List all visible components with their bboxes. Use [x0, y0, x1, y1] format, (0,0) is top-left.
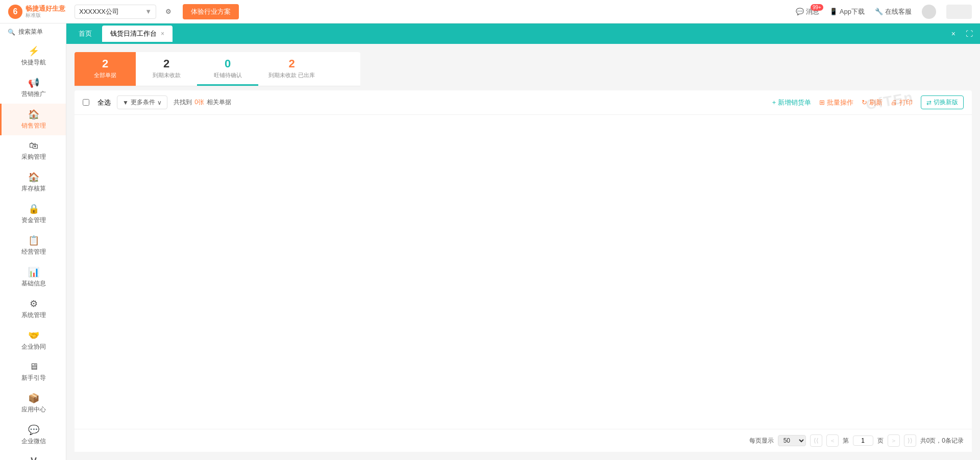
page-size-label: 每页显示	[749, 437, 774, 445]
stat-tab-shipped[interactable]: 2 到期未收款 已出库	[258, 52, 325, 86]
app-icon: 📱	[829, 8, 838, 15]
stat-num-all: 2	[102, 57, 108, 70]
tab-close-btn[interactable]: ×	[161, 30, 164, 37]
search-menu-btn[interactable]: 🔍 搜索菜单	[0, 23, 66, 40]
search-menu-label: 搜索菜单	[18, 28, 43, 36]
sidebar: 🔍 搜索菜单 ⚡ 快捷导航 📢 营销推广 🏠 销售管理 🛍 采购管理 🏠 库存核…	[0, 23, 66, 460]
page-prev-btn[interactable]: ＜	[826, 434, 839, 447]
sidebar-item-inventory[interactable]: 🏠 库存核算	[0, 166, 66, 198]
user-menu[interactable]	[946, 5, 972, 19]
window-controls: × ⛶	[948, 29, 976, 39]
window-maximize-btn[interactable]: ⛶	[963, 29, 976, 39]
stat-tab-all[interactable]: 2 全部单据	[75, 52, 136, 86]
switch-version-btn[interactable]: ⇄ 切换新版	[921, 95, 964, 109]
sidebar-item-label: 快捷导航	[21, 58, 46, 67]
sidebar-item-appstore[interactable]: 📦 应用中心	[0, 388, 66, 419]
system-icon: ⚙	[30, 298, 38, 309]
stat-tab-pending[interactable]: 0 旺铺待确认	[197, 52, 258, 86]
tab-work-platform[interactable]: 钱货日清工作台 ×	[102, 26, 173, 42]
sidebar-item-label: 采购管理	[21, 153, 46, 161]
app-download-btn[interactable]: 📱 App下载	[829, 7, 865, 16]
stats-tabs: 2 全部单据 2 到期未收款 0 旺铺待确认 2 到期未收款 已出库	[75, 52, 360, 86]
search-icon: 🔍	[8, 29, 15, 36]
sidebar-item-label: 应用中心	[21, 405, 46, 414]
sidebar-item-basic[interactable]: 📊 基础信息	[0, 261, 66, 293]
wechat-icon: 💬	[28, 424, 39, 435]
sidebar-item-quick-nav[interactable]: ⚡ 快捷导航	[0, 40, 66, 72]
tab-bar: 首页 钱货日清工作台 × × ⛶	[66, 23, 980, 44]
company-name: XXXXXX公司	[79, 7, 119, 16]
message-btn[interactable]: 💬 消息 99+	[796, 7, 819, 16]
sidebar-item-guide[interactable]: 🖥 新手引导	[0, 356, 66, 388]
toolbar-right: + 新增销货单 ⊞ 批量操作 ↻ 刷新 🖨 打印 ⇄	[772, 95, 964, 109]
switch-label: 切换新版	[934, 98, 958, 107]
member-icon: V	[31, 456, 37, 460]
page-label-suffix: 页	[877, 437, 884, 445]
cooperation-icon: 🤝	[28, 330, 39, 341]
avatar[interactable]	[922, 5, 936, 19]
window-close-btn[interactable]: ×	[948, 29, 959, 39]
chevron-down-icon: ▼	[145, 8, 152, 15]
company-selector[interactable]: XXXXXX公司 ▼	[75, 5, 156, 19]
page-number-input[interactable]	[853, 435, 873, 446]
sidebar-item-member[interactable]: V 畅会员	[0, 451, 66, 460]
stat-num-overdue: 2	[163, 57, 169, 70]
appstore-icon: 📦	[28, 393, 39, 404]
sidebar-item-cooperation[interactable]: 🤝 企业协同	[0, 325, 66, 356]
sidebar-item-label: 营销推广	[21, 90, 46, 99]
select-all-checkbox[interactable]	[83, 99, 89, 106]
stat-label-shipped: 到期未收款 已出库	[268, 71, 315, 79]
sidebar-item-label: 企业协同	[21, 343, 46, 351]
main-layout: 🔍 搜索菜单 ⚡ 快捷导航 📢 营销推广 🏠 销售管理 🛍 采购管理 🏠 库存核…	[0, 23, 980, 460]
app-download-label: App下载	[840, 7, 865, 16]
quick-nav-icon: ⚡	[28, 45, 39, 57]
more-filter-btn[interactable]: ▼ 更多条件 ∨	[117, 95, 167, 109]
add-sales-order-btn[interactable]: + 新增销货单	[772, 98, 811, 107]
page-size-select[interactable]: 50 100	[778, 435, 806, 446]
sidebar-item-purchase[interactable]: 🛍 采购管理	[0, 135, 66, 166]
message-badge: 99+	[811, 4, 823, 11]
page-label-prefix: 第	[843, 437, 849, 445]
total-label: 共0页，0条记录	[920, 437, 964, 445]
print-label: 打印	[899, 98, 913, 107]
refresh-icon: ↻	[862, 99, 867, 106]
stat-num-shipped: 2	[288, 57, 295, 70]
refresh-label: 刷新	[869, 98, 883, 107]
page-next-btn[interactable]: ＞	[888, 434, 900, 447]
message-icon: 💬	[796, 8, 804, 15]
print-btn[interactable]: 🖨 打印	[891, 98, 913, 107]
tab-home[interactable]: 首页	[70, 26, 100, 41]
switch-icon: ⇄	[926, 99, 932, 106]
logo-area: 6 畅捷通好生意 标准版	[8, 5, 75, 19]
guide-icon: 🖥	[29, 361, 38, 372]
result-count: 0张	[194, 99, 204, 106]
select-all-label: 全选	[97, 98, 111, 107]
filter-label: 更多条件	[131, 98, 155, 107]
sidebar-item-operation[interactable]: 📋 经营管理	[0, 230, 66, 261]
result-prefix: 共找到	[174, 99, 192, 106]
finance-icon: 🔒	[28, 203, 39, 214]
sidebar-item-label: 企业微信	[21, 437, 46, 446]
sidebar-item-label: 经营管理	[21, 248, 46, 256]
refresh-btn[interactable]: ↻ 刷新	[862, 98, 883, 107]
stat-label-overdue: 到期未收款	[153, 71, 181, 79]
batch-operation-btn[interactable]: ⊞ 批量操作	[819, 98, 853, 107]
logo-text: 畅捷通好生意 标准版	[26, 5, 65, 19]
stat-tab-overdue[interactable]: 2 到期未收款	[136, 52, 197, 86]
chevron-icon: ∨	[157, 99, 162, 106]
sidebar-item-system[interactable]: ⚙ 系统管理	[0, 293, 66, 325]
page-last-btn[interactable]: ⟩⟩	[904, 434, 916, 447]
settings-icon[interactable]: ⚙	[160, 4, 177, 20]
content-area: 2 全部单据 2 到期未收款 0 旺铺待确认 2 到期未收款 已出库	[66, 44, 980, 460]
sidebar-item-wechat[interactable]: 💬 企业微信	[0, 419, 66, 451]
page-first-btn[interactable]: ⟨⟨	[810, 434, 822, 447]
sidebar-item-label: 库存核算	[21, 184, 46, 193]
basic-icon: 📊	[28, 267, 39, 278]
pagination: 每页显示 50 100 ⟨⟨ ＜ 第 页 ＞ ⟩⟩ 共0页，0条记录	[75, 429, 972, 452]
result-suffix: 相关单据	[207, 99, 231, 106]
trial-button[interactable]: 体验行业方案	[183, 4, 239, 19]
sidebar-item-marketing[interactable]: 📢 营销推广	[0, 72, 66, 104]
online-service-btn[interactable]: 🔧 在线客服	[875, 7, 912, 16]
sidebar-item-finance[interactable]: 🔒 资金管理	[0, 198, 66, 230]
sidebar-item-sales[interactable]: 🏠 销售管理	[0, 104, 66, 135]
